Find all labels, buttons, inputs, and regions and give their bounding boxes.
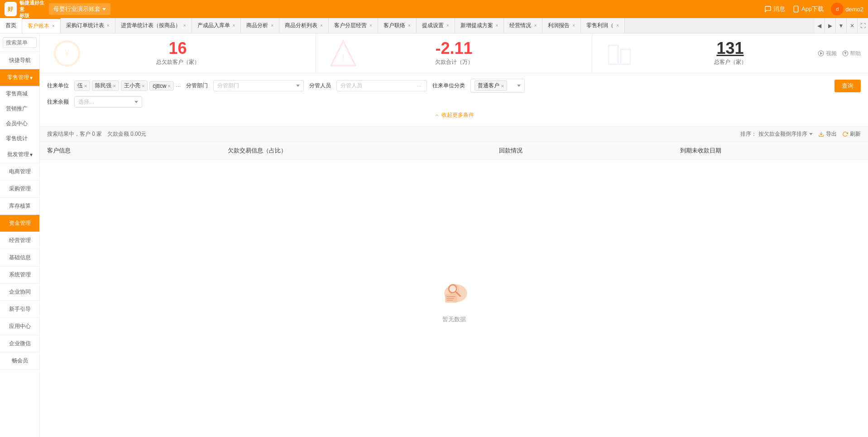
empty-icon	[436, 274, 472, 310]
more-unit-tags[interactable]: ···	[176, 82, 181, 90]
unit-tag-0: 伍 ×	[74, 81, 90, 91]
tab-promotion-settings[interactable]: 提成设置 ×	[417, 18, 455, 33]
tab-close-new-scheme[interactable]: ×	[496, 23, 499, 28]
tab-goods-analysis[interactable]: 商品分析 ×	[241, 18, 279, 33]
tab-new-scheme[interactable]: 新增提成方案 ×	[455, 18, 504, 33]
person-filter-select[interactable]: 分管人员 ···	[336, 80, 427, 91]
table-header: 客户信息 欠款交易信息（占比） 回款情况 到期未收款日期	[40, 142, 868, 160]
stat1-value: 16	[156, 40, 200, 57]
content-area: ¥ 16 总欠款客户（家） ! -2.11 欠	[40, 33, 868, 437]
unit-tag-1: 陈民强 ×	[92, 81, 119, 91]
svg-text:?: ?	[844, 52, 846, 55]
unit-tag-3-close[interactable]: ×	[168, 83, 170, 89]
tab-operations[interactable]: 经营情况 ×	[504, 18, 542, 33]
tab-close-product-stock[interactable]: ×	[233, 23, 235, 28]
tab-product-stock[interactable]: 产成品入库单 ×	[192, 18, 241, 33]
tab-prev-button[interactable]: ◀	[814, 18, 825, 33]
filter-row-2: 往来余额 选择...	[47, 96, 861, 108]
collapse-icon	[434, 113, 440, 118]
tab-close-retail-profit[interactable]: ×	[616, 23, 619, 28]
tab-purchase-order[interactable]: 采购订单统计表 ×	[61, 18, 115, 33]
unit-tag-2-close[interactable]: ×	[142, 83, 144, 89]
sidebar-item-operations[interactable]: 经营管理	[0, 232, 39, 249]
refresh-icon	[842, 131, 848, 137]
account-dropdown[interactable]: 母婴行业演示账套	[49, 3, 110, 15]
export-button[interactable]: 导出	[818, 130, 837, 138]
sidebar-item-member-center[interactable]: 会员中心	[0, 116, 39, 131]
balance-filter-select[interactable]: 选择...	[74, 96, 142, 108]
category-tag-0-close[interactable]: ×	[501, 83, 504, 89]
sidebar-item-quick-nav[interactable]: 快捷导航	[0, 52, 39, 69]
stat-bg-icon-3	[606, 40, 633, 67]
sidebar-item-finance[interactable]: 资金管理	[0, 215, 39, 232]
filter-area: 往来单位 伍 × 陈民强 × 王小亮 ×	[40, 73, 868, 127]
tab-profit-report[interactable]: 利润报告 ×	[542, 18, 581, 33]
help-icon: ?	[842, 50, 849, 57]
unit-tag-0-close[interactable]: ×	[84, 83, 87, 89]
tab-more-button[interactable]: ▼	[835, 18, 846, 33]
tab-close-operations[interactable]: ×	[534, 23, 537, 28]
unit-tag-1-close[interactable]: ×	[113, 83, 115, 89]
category-filter-label: 往来单位分类	[432, 82, 465, 90]
tab-expand-button[interactable]: ⛶	[857, 18, 868, 33]
tab-customer-contact[interactable]: 客户联络 ×	[378, 18, 417, 33]
sidebar-item-newuser[interactable]: 新手引导	[0, 301, 39, 318]
tab-close-all-button[interactable]: ✕	[846, 18, 857, 33]
sidebar-item-wholesale-mgmt[interactable]: 批发管理 ▾	[0, 146, 39, 163]
user-menu[interactable]: d demo2	[831, 3, 863, 15]
sidebar-item-vip[interactable]: 畅会员	[0, 352, 39, 370]
search-input[interactable]	[3, 37, 37, 48]
sidebar-item-basics[interactable]: 基础信息	[0, 249, 39, 266]
category-tag-0: 普通客户 ×	[475, 81, 507, 91]
tab-retail-profit[interactable]: 零售利润（ ×	[581, 18, 625, 33]
tab-close-purchase-order[interactable]: ×	[107, 23, 110, 28]
tab-close-profit-report[interactable]: ×	[572, 23, 575, 28]
sidebar-item-ecommerce[interactable]: 电商管理	[0, 163, 39, 180]
sidebar-item-retail-mall[interactable]: 零售商城	[0, 86, 39, 101]
category-filter-select[interactable]: 普通客户 ×	[470, 79, 525, 93]
tab-close-promotion-settings[interactable]: ×	[446, 23, 449, 28]
sidebar-item-inventory[interactable]: 库存核算	[0, 198, 39, 215]
sidebar-item-retail-stats[interactable]: 零售统计	[0, 131, 39, 146]
help-link[interactable]: ? 帮助	[842, 50, 861, 57]
tab-close-purchase-stat[interactable]: ×	[183, 23, 186, 28]
collapse-button[interactable]: 收起更多条件	[434, 111, 474, 119]
tab-goods-analysis-list[interactable]: 商品分析列表 ×	[279, 18, 329, 33]
video-icon	[818, 50, 824, 57]
sidebar-item-enterprise[interactable]: 企业协同	[0, 284, 39, 301]
stat2-label: 欠款合计（万）	[435, 58, 473, 66]
tab-next-button[interactable]: ▶	[825, 18, 835, 33]
tab-close-customer-tier[interactable]: ×	[369, 23, 372, 28]
avatar: d	[831, 3, 844, 15]
dept-filter-select[interactable]: 分管部门	[213, 80, 304, 91]
person-filter-label: 分管人员	[309, 82, 331, 90]
video-help-link[interactable]: 视频	[818, 50, 836, 57]
download-icon	[792, 5, 800, 13]
tab-close-goods-analysis[interactable]: ×	[271, 23, 273, 28]
table-col-3-header: 回款情况	[499, 147, 680, 155]
svg-rect-6	[609, 45, 618, 64]
tab-customer-tier[interactable]: 客户分层经营 ×	[329, 18, 378, 33]
sidebar-item-appstore[interactable]: 应用中心	[0, 318, 39, 335]
sidebar-item-purchase[interactable]: 采购管理	[0, 180, 39, 198]
message-button[interactable]: 消息	[764, 5, 785, 13]
refresh-button[interactable]: 刷新	[842, 130, 861, 138]
app-download-button[interactable]: App下载	[792, 5, 824, 13]
sort-select[interactable]: 排序： 按欠款金额倒序排序	[740, 130, 813, 138]
tab-accounts[interactable]: 客户账本 ×	[22, 18, 61, 33]
sidebar-item-marketing[interactable]: 营销推广	[0, 101, 39, 116]
sidebar-item-wechat[interactable]: 企业微信	[0, 335, 39, 352]
balance-filter-label: 往来余额	[47, 98, 69, 106]
tab-home[interactable]: 首页	[0, 18, 22, 33]
tab-close-customer-contact[interactable]: ×	[408, 23, 411, 28]
results-bar: 搜索结果中，客户 0 家 欠款金额 0.00元 排序： 按欠款金额倒序排序 导出	[40, 127, 868, 142]
nav-tabs: 首页 客户账本 × 采购订单统计表 × 进货单统计表（按商品） × 产成品入库单…	[0, 18, 868, 33]
sidebar-item-retail-mgmt[interactable]: 零售管理 ▾	[0, 69, 39, 86]
tab-purchase-stat[interactable]: 进货单统计表（按商品） ×	[115, 18, 192, 33]
top-bar: 好 畅捷通好生意 标版 母婴行业演示账套 消息 App下载 d de	[0, 0, 868, 18]
person-filter-more: ···	[417, 83, 421, 89]
sidebar-item-system[interactable]: 系统管理	[0, 266, 39, 284]
tab-close-goods-analysis-list[interactable]: ×	[320, 23, 323, 28]
query-button[interactable]: 查询	[834, 80, 861, 92]
tab-close-accounts[interactable]: ×	[52, 24, 55, 28]
